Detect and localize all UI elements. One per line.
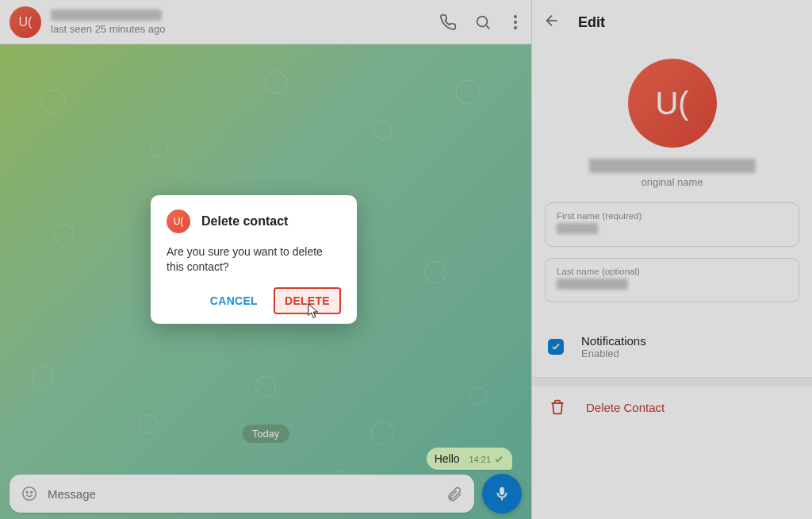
delete-confirm-dialog: U( Delete contact Are you sure you want …: [151, 195, 357, 324]
dialog-avatar: U(: [167, 210, 190, 233]
modal-scrim[interactable]: [0, 0, 812, 519]
dialog-title: Delete contact: [201, 214, 288, 229]
cancel-button[interactable]: CANCEL: [199, 287, 269, 314]
dialog-body: Are you sure you want to delete this con…: [167, 244, 341, 275]
cursor-icon: [308, 303, 322, 324]
